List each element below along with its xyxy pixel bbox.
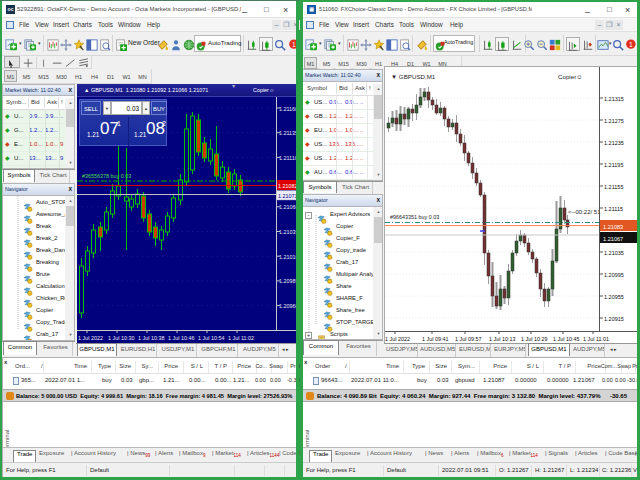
svg-text:1.20955: 1.20955: [604, 294, 624, 300]
svg-text:1 Jul 09:57: 1 Jul 09:57: [455, 336, 481, 342]
svg-text:Copier☺: Copier☺: [558, 73, 583, 80]
svg-text:1.20995: 1.20995: [604, 272, 624, 278]
svg-text:1 Jul 10:54: 1 Jul 10:54: [198, 335, 224, 341]
svg-text:1 Jul 10:30: 1 Jul 10:30: [108, 335, 134, 341]
svg-text:#36556378 buy 0.03: #36556378 buy 0.03: [82, 173, 131, 179]
svg-text:<--00:22/ 51: <--00:22/ 51: [568, 209, 601, 215]
svg-text:1 Jul 2022: 1 Jul 2022: [385, 336, 410, 342]
svg-text:▼ GBPUSD,M1: ▼ GBPUSD,M1: [391, 73, 436, 80]
svg-text:1.21235: 1.21235: [604, 140, 624, 146]
svg-text:1.21115: 1.21115: [604, 206, 623, 212]
svg-text:1.21071: 1.21071: [278, 193, 298, 199]
svg-text:1.21035: 1.21035: [604, 250, 624, 256]
svg-text:1.21275: 1.21275: [604, 118, 624, 124]
svg-text:1.21155: 1.21155: [604, 184, 623, 190]
svg-text:1 Jul 10:45: 1 Jul 10:45: [553, 336, 579, 342]
svg-text:1.21082: 1.21082: [278, 183, 298, 189]
svg-text:1: 1: [629, 41, 633, 48]
svg-text:1 Jul 10:13: 1 Jul 10:13: [489, 336, 515, 342]
svg-text:1 Jul 11:02: 1 Jul 11:02: [228, 335, 254, 341]
svg-text:1.21110: 1.21110: [279, 155, 298, 161]
svg-text:1.21067: 1.21067: [603, 236, 623, 242]
svg-text:1 Jul 10:29: 1 Jul 10:29: [521, 336, 547, 342]
svg-text:1 Jul 2022: 1 Jul 2022: [78, 335, 103, 341]
svg-text:1 Jul 10:38: 1 Jul 10:38: [138, 335, 164, 341]
svg-text:1.21315: 1.21315: [604, 96, 624, 102]
svg-text:1.21083: 1.21083: [603, 224, 623, 230]
svg-text:1.20915: 1.20915: [604, 316, 624, 322]
svg-text:1 Jul 11:01: 1 Jul 11:01: [583, 336, 609, 342]
svg-text:1.21195: 1.21195: [604, 162, 623, 168]
svg-text:1 Jul 10:46: 1 Jul 10:46: [168, 335, 194, 341]
svg-text:#96643351 buy 0.03: #96643351 buy 0.03: [390, 214, 439, 220]
svg-text:1 Jul 09:41: 1 Jul 09:41: [422, 336, 448, 342]
